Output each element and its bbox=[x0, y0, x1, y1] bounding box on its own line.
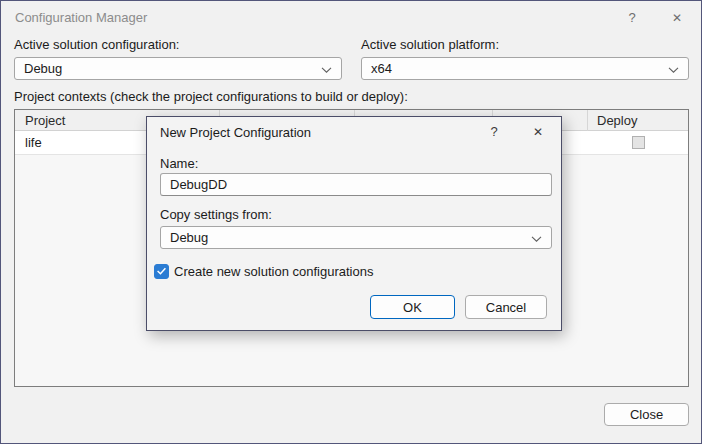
name-input[interactable] bbox=[160, 173, 552, 196]
deploy-checkbox bbox=[632, 136, 645, 149]
ok-button-label: OK bbox=[403, 300, 422, 315]
chevron-down-icon bbox=[321, 61, 332, 76]
ok-button[interactable]: OK bbox=[370, 295, 455, 319]
active-solution-platform-select[interactable]: x64 bbox=[361, 57, 689, 80]
create-new-solution-configurations-checkbox[interactable] bbox=[154, 264, 169, 279]
column-header-deploy[interactable]: Deploy bbox=[597, 113, 637, 128]
create-new-solution-configurations-label: Create new solution configurations bbox=[174, 264, 373, 279]
copy-settings-from-value: Debug bbox=[170, 230, 208, 245]
active-solution-configuration-value: Debug bbox=[24, 61, 62, 76]
window-close-icon[interactable]: ✕ bbox=[666, 7, 688, 29]
dialog-close-icon[interactable]: ✕ bbox=[527, 121, 549, 143]
window-help-icon[interactable]: ? bbox=[621, 7, 643, 29]
name-label: Name: bbox=[160, 156, 198, 171]
checkmark-icon bbox=[155, 264, 168, 280]
window-title: Configuration Manager bbox=[15, 10, 147, 25]
configuration-manager-window: Configuration Manager ? ✕ Active solutio… bbox=[0, 0, 702, 444]
new-project-configuration-dialog: New Project Configuration ? ✕ Name: Copy… bbox=[146, 116, 562, 331]
copy-settings-from-label: Copy settings from: bbox=[160, 207, 272, 222]
close-button[interactable]: Close bbox=[604, 403, 689, 426]
active-solution-configuration-label: Active solution configuration: bbox=[14, 37, 179, 52]
active-solution-configuration-select[interactable]: Debug bbox=[14, 57, 342, 80]
chevron-down-icon bbox=[668, 61, 679, 76]
project-name-cell: life bbox=[25, 135, 42, 150]
project-contexts-label: Project contexts (check the project conf… bbox=[14, 89, 408, 104]
chevron-down-icon bbox=[531, 230, 542, 245]
dialog-title: New Project Configuration bbox=[160, 125, 311, 140]
active-solution-platform-label: Active solution platform: bbox=[361, 37, 499, 52]
copy-settings-from-select[interactable]: Debug bbox=[160, 226, 552, 249]
column-header-project[interactable]: Project bbox=[25, 113, 65, 128]
dialog-help-icon[interactable]: ? bbox=[483, 121, 505, 143]
cancel-button[interactable]: Cancel bbox=[465, 295, 547, 319]
close-button-label: Close bbox=[630, 407, 663, 422]
active-solution-platform-value: x64 bbox=[371, 61, 392, 76]
cancel-button-label: Cancel bbox=[486, 300, 526, 315]
